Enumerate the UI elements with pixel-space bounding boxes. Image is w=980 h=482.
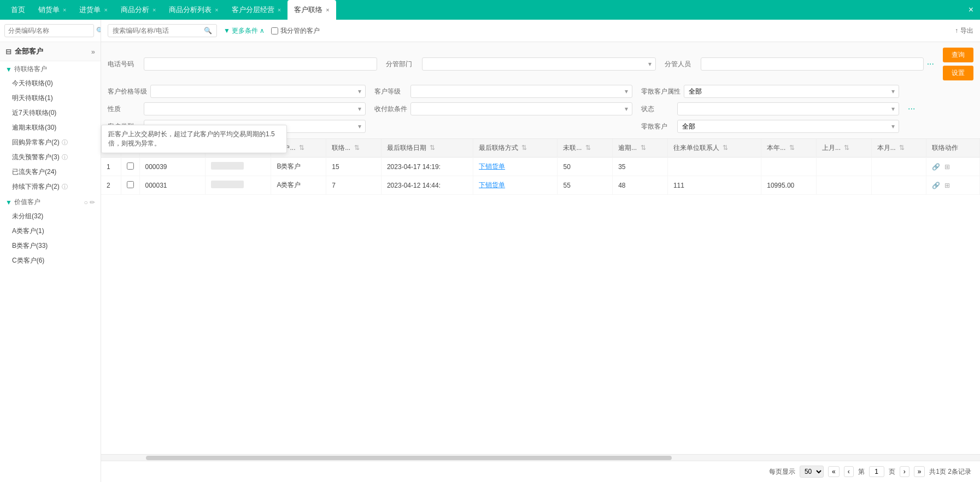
phone-input[interactable] [144,57,377,71]
th-actions: 联络动作 [926,139,980,158]
my-customers-checkbox[interactable] [271,27,278,34]
sidebar-item-lost-pre[interactable]: 流失预警客户(3) ⓘ [0,150,101,165]
manager-dots[interactable]: ··· [927,59,934,69]
td-lastmonth-1 [816,158,871,176]
customer-level-select[interactable] [410,85,632,98]
horizontal-scrollbar[interactable] [101,454,980,461]
td-index-1: 1 [101,158,121,176]
action-grid-icon-1[interactable]: ⊞ [944,163,950,171]
action-link-icon-2[interactable]: 🔗 [932,182,940,189]
sidebar-search-input[interactable] [4,24,94,37]
sidebar-item-7days-pending[interactable]: 近7天待联络(0) [0,106,101,120]
manager-input[interactable] [701,57,924,71]
row1-checkbox[interactable] [127,162,134,170]
sort-contact-icon[interactable]: ⇅ [354,144,360,152]
nav-item-home[interactable]: 首页 [4,0,32,20]
sidebar-expand-icon[interactable]: » [91,48,95,56]
action-link-icon-1[interactable]: 🔗 [932,163,940,171]
nav-close-customer-tier[interactable]: × [278,7,281,13]
row3-dots[interactable]: ··· [908,104,915,114]
export-btn[interactable]: ↑ 导出 [955,26,973,36]
th-last-contact-date: 最后联络日期 ⇅ [381,139,473,158]
sort-date-icon[interactable]: ⇅ [430,144,435,152]
table-row: 1 000039 B类客户 15 2023-04-17 14:19: 下销货单 … [101,158,980,176]
sidebar-item-lost[interactable]: 已流失客户(24) [0,165,101,179]
status-select[interactable] [677,102,899,115]
th-last-month: 上月... ⇅ [816,139,871,158]
nav-item-analysis[interactable]: 商品分析 × [114,0,162,20]
search-input[interactable] [113,27,204,34]
sidebar-item-today-pending[interactable]: 今天待联络(0) [0,76,101,91]
nav-item-analysis-list[interactable]: 商品分析列表 × [162,0,225,20]
content-area: 🔍 ▼ 更多条件 ∧ 我分管的客户 ↑ 导出 电话号码 [101,20,980,482]
sort-thismonth-icon[interactable]: ⇅ [899,144,905,152]
retail-attr-select[interactable]: 全部 [684,85,899,98]
nav-item-customer-tier[interactable]: 客户分层经营 × [225,0,287,20]
prev-page-btn[interactable]: ‹ [844,466,854,477]
window-close-button[interactable]: × [969,5,973,15]
manager-field: 分管人员 ··· [665,57,934,71]
sidebar-item-repurchase-abnormal[interactable]: 回购异常客户(2) ⓘ [0,135,101,150]
nav-item-customer-contact[interactable]: 客户联络 × [287,0,336,20]
price-level-select[interactable] [150,85,366,98]
td-contact-2: 7 [326,176,382,195]
payment-select[interactable] [410,102,632,115]
settings-button[interactable]: 设置 [943,66,973,80]
query-button[interactable]: 查询 [943,48,973,62]
filter-row-1: 电话号码 分管部门 ▾ 分管人员 ··· [108,48,973,80]
method-link-1[interactable]: 下销货单 [479,162,505,170]
nav-item-purchase[interactable]: 进货单 × [73,0,114,20]
sidebar-value-customer-group[interactable]: ▼ 价值客户 ○ ✏ [0,194,101,209]
sort-lastmonth-icon[interactable]: ⇅ [844,144,849,152]
sort-not-contacted-icon[interactable]: ⇅ [585,144,591,152]
next-page-btn[interactable]: › [900,466,909,477]
main-layout: 🔍 ⊟ 全部客户 » ▼ 待联络客户 今天待联络(0) 明天待联络(1) 近7天… [0,20,980,482]
sidebar-item-tomorrow-pending[interactable]: 明天待联络(1) [0,91,101,106]
page-suffix: 页 [889,467,895,477]
td-method-2: 下销货单 [473,176,558,195]
nav-close-analysis[interactable]: × [152,7,156,13]
gender-select[interactable] [144,102,366,115]
action-buttons: 查询 设置 [943,48,973,80]
retail-customer-field: 零散客户 全部 ▾ [641,120,899,133]
sort-annual-icon[interactable]: ⇅ [789,144,795,152]
sort-method-icon[interactable]: ⇅ [521,144,527,152]
first-page-btn[interactable]: « [828,466,840,477]
dept-select[interactable] [422,57,655,71]
sort-type-icon[interactable]: ⇅ [299,144,304,152]
sidebar-item-ungroup[interactable]: 未分组(32) [0,209,101,224]
sort-overdue-icon[interactable]: ⇅ [641,144,646,152]
last-page-btn[interactable]: » [914,466,925,477]
nav-close-analysis-list[interactable]: × [215,7,218,13]
sidebar-all-customers-header[interactable]: ⊟ 全部客户 » [0,42,101,61]
sidebar-item-c-class[interactable]: C类客户(6) [0,253,101,268]
row2-checkbox[interactable] [127,181,134,188]
retail-customer-select[interactable]: 全部 [677,120,899,133]
td-date-1: 2023-04-17 14:19: [381,158,473,176]
td-name-1 [205,158,271,176]
sidebar-item-overdue[interactable]: 逾期未联络(30) [0,120,101,135]
nav-close-purchase[interactable]: × [104,7,107,13]
nav-close-sales[interactable]: × [63,7,66,13]
td-code-1: 000039 [139,158,205,176]
nav-close-customer-contact[interactable]: × [326,7,329,13]
filter-bar: 🔍 ▼ 更多条件 ∧ 我分管的客户 ↑ 导出 [101,20,980,42]
nav-item-sales[interactable]: 销货单 × [32,0,73,20]
status-label: 状态 [641,104,674,114]
sidebar-search-icon[interactable]: 🔍 [96,27,101,34]
info-icon-lost-pre: ⓘ [62,153,68,161]
sidebar-item-a-class[interactable]: A类客户(1) [0,224,101,239]
sort-company-icon[interactable]: ⇅ [723,144,728,152]
sidebar-edit-icons[interactable]: ○ ✏ [84,199,95,206]
sidebar-pending-contact-group[interactable]: ▼ 待联络客户 [0,61,101,76]
sidebar-item-declining[interactable]: 持续下滑客户(2) ⓘ [0,179,101,194]
per-page-select[interactable]: 50 [800,466,824,478]
more-conditions-btn[interactable]: ▼ 更多条件 ∧ [224,26,265,36]
sidebar-item-b-class[interactable]: B类客户(33) [0,239,101,253]
tooltip-box: 距客户上次交易时长，超过了此客户的平均交易周期的1.5倍，则视为异常。 [101,125,287,153]
method-link-2[interactable]: 下销货单 [479,181,505,189]
td-method-1: 下销货单 [473,158,558,176]
scroll-thumb[interactable] [146,456,672,460]
action-grid-icon-2[interactable]: ⊞ [944,182,950,189]
page-input[interactable] [869,466,884,477]
